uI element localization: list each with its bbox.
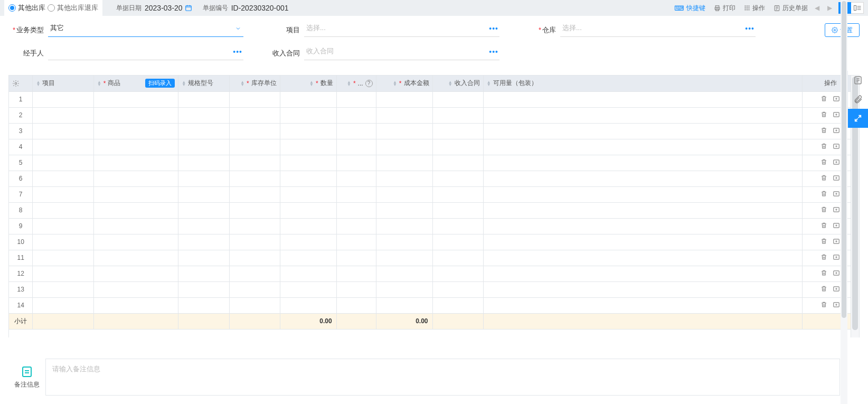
table-row[interactable]: 7 bbox=[9, 186, 859, 202]
table-row[interactable]: 5 bbox=[9, 155, 859, 171]
delete-row-button[interactable] bbox=[820, 285, 827, 293]
page-scrollbar[interactable] bbox=[841, 0, 847, 404]
shortcut-action[interactable]: ⌨ 快捷键 bbox=[674, 4, 705, 13]
warehouse-select[interactable]: 选择... ••• bbox=[560, 23, 756, 37]
col-short[interactable]: ▲▼ *... ? bbox=[336, 76, 376, 91]
delete-row-button[interactable] bbox=[820, 127, 827, 134]
col-cost[interactable]: ▲▼*成本金额 bbox=[376, 76, 432, 91]
sort-icon: ▲▼ bbox=[393, 81, 397, 86]
insert-row-button[interactable] bbox=[833, 285, 840, 293]
right-rail bbox=[847, 71, 868, 128]
delete-row-button[interactable] bbox=[820, 269, 827, 277]
docno-label: 单据编号 bbox=[203, 4, 228, 13]
date-value[interactable]: 2023-03-20 bbox=[145, 4, 183, 12]
svg-point-15 bbox=[834, 30, 836, 31]
rail-expand-button[interactable] bbox=[848, 109, 869, 128]
col-income[interactable]: ▲▼收入合同 bbox=[432, 76, 483, 91]
next-doc-arrow[interactable]: ▶ bbox=[826, 4, 833, 12]
scan-input-button[interactable]: 扫码录入 bbox=[145, 79, 175, 88]
more-icon[interactable]: ••• bbox=[745, 24, 754, 33]
col-qty[interactable]: ▲▼*数量 bbox=[280, 76, 336, 91]
delete-row-button[interactable] bbox=[820, 238, 827, 245]
help-icon[interactable]: ? bbox=[365, 80, 373, 87]
history-action[interactable]: 历史单据 bbox=[773, 4, 808, 13]
svg-rect-0 bbox=[185, 6, 191, 11]
radio-other-out[interactable]: 其他出库 bbox=[8, 3, 45, 13]
handler-select[interactable]: ••• bbox=[48, 46, 243, 60]
row-number: 10 bbox=[9, 234, 33, 250]
table-row[interactable]: 9 bbox=[9, 218, 859, 234]
delete-row-button[interactable] bbox=[820, 174, 827, 182]
table-row[interactable]: 3 bbox=[9, 123, 859, 139]
insert-row-button[interactable] bbox=[833, 158, 840, 166]
delete-row-button[interactable] bbox=[820, 253, 827, 261]
more-icon[interactable]: ••• bbox=[233, 48, 242, 56]
field-income-contract: 收入合同 收入合同 ••• bbox=[265, 46, 499, 60]
biz-type-select[interactable]: 其它 bbox=[48, 23, 243, 37]
delete-row-button[interactable] bbox=[820, 158, 827, 166]
table-row[interactable]: 6 bbox=[9, 171, 859, 186]
remarks-section: 备注信息 请输入备注信息 bbox=[8, 359, 840, 396]
insert-row-button[interactable] bbox=[833, 253, 840, 261]
col-project[interactable]: ▲▼项目 bbox=[33, 76, 93, 91]
prev-doc-arrow[interactable]: ◀ bbox=[813, 4, 820, 12]
sort-icon: ▲▼ bbox=[448, 81, 452, 86]
insert-row-button[interactable] bbox=[833, 174, 840, 182]
view-card-button[interactable] bbox=[851, 2, 864, 14]
table-row[interactable]: 1 bbox=[9, 91, 859, 107]
radio-label: 其他出库退库 bbox=[57, 3, 98, 13]
col-avail[interactable]: ▲▼可用量（包装） bbox=[483, 76, 802, 91]
table-row[interactable]: 11 bbox=[9, 250, 859, 266]
gear-icon bbox=[12, 80, 29, 87]
col-gear[interactable] bbox=[9, 76, 33, 91]
delete-row-button[interactable] bbox=[820, 222, 827, 229]
project-select[interactable]: 选择... ••• bbox=[304, 23, 499, 37]
insert-row-button[interactable] bbox=[833, 222, 840, 229]
more-icon[interactable]: ••• bbox=[489, 24, 498, 33]
radio-other-out-return[interactable]: 其他出库退库 bbox=[48, 3, 98, 13]
insert-row-button[interactable] bbox=[833, 95, 840, 102]
insert-row-button[interactable] bbox=[833, 127, 840, 134]
col-spec[interactable]: ▲▼规格型号 bbox=[178, 76, 229, 91]
action-label: 操作 bbox=[752, 4, 765, 13]
insert-row-button[interactable] bbox=[833, 206, 840, 213]
delete-row-button[interactable] bbox=[820, 301, 827, 308]
table-row[interactable]: 10 bbox=[9, 234, 859, 250]
delete-row-button[interactable] bbox=[820, 111, 827, 118]
delete-row-button[interactable] bbox=[820, 143, 827, 150]
remarks-input[interactable]: 请输入备注信息 bbox=[45, 359, 840, 396]
svg-rect-5 bbox=[747, 6, 748, 7]
insert-row-button[interactable] bbox=[833, 238, 840, 245]
table-row[interactable]: 14 bbox=[9, 297, 859, 313]
insert-row-button[interactable] bbox=[833, 111, 840, 118]
table-row[interactable]: 2 bbox=[9, 107, 859, 123]
col-unit[interactable]: ▲▼*库存单位 bbox=[229, 76, 280, 91]
more-icon[interactable]: ••• bbox=[489, 48, 498, 56]
print-action[interactable]: 打印 bbox=[714, 4, 735, 13]
insert-row-button[interactable] bbox=[833, 190, 840, 198]
calendar-icon[interactable] bbox=[185, 4, 192, 12]
table-row[interactable]: 12 bbox=[9, 266, 859, 281]
sort-icon: ▲▼ bbox=[240, 81, 244, 86]
delete-row-button[interactable] bbox=[820, 95, 827, 102]
operate-action[interactable]: 操作 bbox=[744, 4, 765, 13]
rail-attachment-button[interactable] bbox=[848, 90, 869, 109]
insert-row-button[interactable] bbox=[833, 143, 840, 150]
row-number: 8 bbox=[9, 202, 33, 218]
rail-doc-button[interactable] bbox=[848, 71, 869, 90]
delete-row-button[interactable] bbox=[820, 206, 827, 213]
action-label: 历史单据 bbox=[782, 4, 808, 13]
project-label: 项目 bbox=[265, 25, 304, 35]
svg-rect-4 bbox=[745, 6, 746, 7]
biz-type-value: 其它 bbox=[50, 24, 64, 32]
warehouse-label: *仓库 bbox=[521, 25, 560, 35]
insert-row-button[interactable] bbox=[833, 269, 840, 277]
table-row[interactable]: 4 bbox=[9, 139, 859, 155]
col-product[interactable]: ▲▼ *商品 扫码录入 bbox=[93, 76, 178, 91]
income-contract-select[interactable]: 收入合同 ••• bbox=[304, 46, 499, 60]
table-row[interactable]: 13 bbox=[9, 281, 859, 297]
delete-row-button[interactable] bbox=[820, 190, 827, 198]
insert-row-button[interactable] bbox=[833, 301, 840, 308]
table-row[interactable]: 8 bbox=[9, 202, 859, 218]
topbar: 其他出库 其他出库退库 单据日期 2023-03-20 单据编号 ID-2023… bbox=[0, 0, 868, 16]
